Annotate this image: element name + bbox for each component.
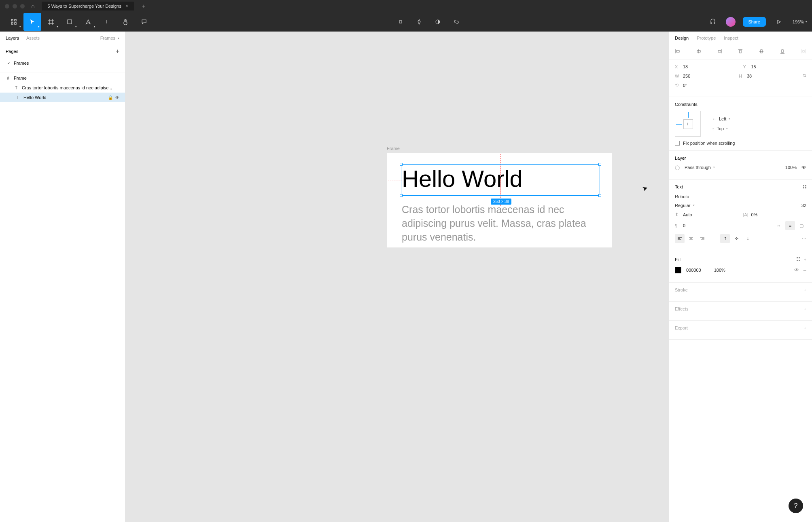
resize-handle[interactable] <box>400 194 403 197</box>
align-left-icon[interactable] <box>675 49 681 55</box>
close-icon[interactable]: × <box>125 3 128 9</box>
assets-tab[interactable]: Assets <box>26 36 40 40</box>
fill-opacity-input[interactable]: 100% <box>714 268 725 273</box>
add-stroke-button[interactable]: + <box>804 287 806 292</box>
w-input[interactable]: 250 <box>683 74 690 78</box>
add-fill-button[interactable]: + <box>804 257 806 262</box>
fix-position-checkbox[interactable]: Fix position when scrolling <box>675 141 806 146</box>
zoom-control[interactable]: 196%▾ <box>793 19 807 24</box>
add-effect-button[interactable]: + <box>804 306 806 311</box>
add-export-button[interactable]: + <box>804 325 806 330</box>
selection-box[interactable] <box>401 164 600 196</box>
resize-handle[interactable] <box>400 163 403 166</box>
layers-tab[interactable]: Layers <box>6 36 19 40</box>
blend-dropdown[interactable]: Pass through▾ <box>685 165 715 170</box>
prototype-tab[interactable]: Prototype <box>697 36 716 40</box>
fill-swatch[interactable] <box>675 267 681 273</box>
layer-frame[interactable]: # Frame <box>0 72 125 83</box>
style-icon[interactable] <box>797 257 800 262</box>
visibility-icon[interactable]: 👁 <box>115 95 119 100</box>
fixed-size-button[interactable]: ▢ <box>797 221 806 230</box>
comment-tool[interactable] <box>135 13 153 31</box>
link-tool[interactable] <box>447 13 465 31</box>
text-align-center[interactable] <box>686 234 696 243</box>
move-tool[interactable]: ▾ <box>23 13 41 31</box>
share-button[interactable]: Share <box>743 17 766 27</box>
weight-dropdown[interactable]: Regular▾ <box>675 203 695 208</box>
align-hcenter-icon[interactable] <box>696 49 702 55</box>
frame-tool[interactable]: ▾ <box>42 13 60 31</box>
text-paragraph[interactable]: Cras tortor lobortis maecenas id nec adi… <box>402 203 588 244</box>
file-tab[interactable]: 5 Ways to Supercharge Your Designs × <box>42 2 134 11</box>
lock-icon[interactable]: 🔓 <box>108 95 113 100</box>
window-controls[interactable] <box>5 4 25 8</box>
add-page-button[interactable]: + <box>116 48 119 55</box>
inspect-tab[interactable]: Inspect <box>724 36 738 40</box>
audio-icon[interactable] <box>704 13 722 31</box>
page-item[interactable]: ✓ Frames <box>0 58 125 68</box>
component-tool[interactable] <box>392 13 409 31</box>
align-bottom-icon[interactable] <box>780 49 785 55</box>
fill-hex-input[interactable]: 000000 <box>686 268 701 273</box>
present-button[interactable] <box>770 13 788 31</box>
home-icon[interactable]: ⌂ <box>31 3 34 9</box>
shape-tool[interactable]: ▾ <box>61 13 78 31</box>
h-input[interactable]: 38 <box>747 74 752 78</box>
constraint-h-dropdown[interactable]: ↔Left▾ <box>712 116 806 121</box>
x-input[interactable]: 18 <box>683 64 688 69</box>
opacity-input[interactable]: 100% <box>785 165 797 170</box>
fill-visibility-icon[interactable]: 👁 <box>794 267 799 273</box>
mask-tool[interactable] <box>410 13 428 31</box>
line-height-input[interactable]: Auto <box>683 212 692 217</box>
svg-text:T: T <box>105 19 108 25</box>
frame-label[interactable]: Frame <box>387 146 400 151</box>
constraints-widget[interactable]: + <box>675 111 701 137</box>
help-button[interactable]: ? <box>789 499 803 513</box>
svg-rect-23 <box>782 50 783 53</box>
design-tab[interactable]: Design <box>675 36 689 40</box>
line-height-icon: ⬍ <box>675 212 680 217</box>
y-input[interactable]: 15 <box>751 64 756 69</box>
auto-height-button[interactable]: ≡ <box>785 221 795 230</box>
style-icon[interactable] <box>803 185 806 188</box>
text-valign-bottom[interactable]: ⤓ <box>743 234 753 243</box>
avatar[interactable] <box>726 17 736 27</box>
check-icon: ✓ <box>7 61 11 65</box>
layer-section-title: Layer <box>675 156 806 161</box>
remove-fill-button[interactable]: − <box>803 267 806 273</box>
align-right-icon[interactable] <box>717 49 723 55</box>
text-valign-top[interactable]: ⤒ <box>720 234 730 243</box>
font-dropdown[interactable]: Roboto <box>675 194 689 199</box>
para-spacing-input[interactable]: 0 <box>683 223 685 228</box>
new-tab-button[interactable]: + <box>142 3 145 9</box>
toolbar: ▾ ▾ ▾ ▾ ▾ T Share 196%▾ <box>0 12 812 32</box>
pen-tool[interactable]: ▾ <box>79 13 97 31</box>
align-vcenter-icon[interactable] <box>759 49 764 55</box>
distribute-icon[interactable] <box>801 49 806 55</box>
resize-handle[interactable] <box>598 163 601 166</box>
letter-spacing-input[interactable]: 0% <box>751 212 758 217</box>
link-dimensions-icon[interactable]: ⇅ <box>803 73 806 78</box>
more-icon[interactable]: ⋯ <box>802 236 806 241</box>
pages-dropdown[interactable]: Frames▴ <box>100 36 119 40</box>
text-align-right[interactable] <box>698 234 707 243</box>
font-size-input[interactable]: 32 <box>801 203 806 208</box>
auto-width-button[interactable]: ↔ <box>774 221 784 230</box>
rotation-input[interactable]: 0° <box>683 83 687 88</box>
right-panel: Design Prototype Inspect X18 Y15 W250 H3… <box>669 32 812 522</box>
constraint-v-dropdown[interactable]: ↕Top▾ <box>712 126 806 131</box>
text-valign-middle[interactable]: ✛ <box>731 234 741 243</box>
text-tool[interactable]: T <box>98 13 116 31</box>
layer-text-para[interactable]: T Cras tortor lobortis maecenas id nec a… <box>0 83 125 93</box>
canvas[interactable]: Frame Hello World Cras tortor lobortis m… <box>125 32 669 522</box>
visibility-icon[interactable]: 👁 <box>801 165 806 170</box>
hand-tool[interactable] <box>117 13 134 31</box>
text-icon: T <box>14 86 19 90</box>
main-menu-button[interactable]: ▾ <box>5 13 23 31</box>
align-top-icon[interactable] <box>738 49 743 55</box>
text-align-left[interactable] <box>675 234 685 243</box>
boolean-tool[interactable] <box>429 13 447 31</box>
layer-text-hello[interactable]: T Hello World 🔓 👁 <box>0 93 125 102</box>
svg-rect-13 <box>676 51 679 52</box>
resize-handle[interactable] <box>598 194 601 197</box>
